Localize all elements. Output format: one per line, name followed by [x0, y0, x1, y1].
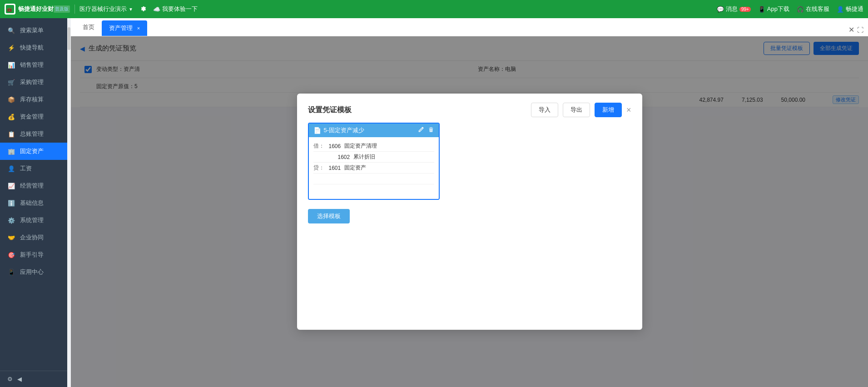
debit-label: 借： [313, 142, 327, 150]
template-card: 📄 5-固定资产减少 [308, 123, 440, 200]
tab-asset-label: 资产管理 [109, 25, 133, 31]
experience-label: 我要体验一下 [162, 5, 198, 13]
modal-dialog: 设置凭证模板 导入 导出 新增 × [297, 94, 642, 330]
sidebar-label-ops: 经营管理 [20, 182, 44, 190]
finance-icon: 💰 [7, 113, 15, 121]
template-doc-icon: 📄 [313, 127, 321, 134]
sidebar-top: 🔍 搜索菜单 ⚡ 快捷导航 📊 销售管理 🛒 采购管理 [0, 18, 67, 284]
message-icon: 💬 [717, 6, 724, 13]
tab-close-icon[interactable]: × [137, 25, 140, 31]
phone-icon: 📱 [758, 6, 765, 13]
sidebar-item-quicknav[interactable]: ⚡ 快捷导航 [0, 39, 67, 56]
settings-icon-btn[interactable] [137, 3, 149, 15]
sidebar-item-fixed[interactable]: 🏢 固定资产 [0, 143, 67, 160]
export-btn[interactable]: 导出 [563, 103, 590, 117]
online-service-label: 在线客服 [806, 5, 829, 13]
brand-icon: 💼 [5, 4, 15, 15]
system-icon: ⚙️ [7, 216, 15, 224]
top-bar-middle: 医疗器械行业演示 ▼ ☁️ 我要体验一下 [79, 3, 717, 15]
tab-asset-mgmt[interactable]: 资产管理 × [102, 20, 147, 36]
template-card-header-left: 📄 5-固定资产减少 [313, 126, 365, 134]
sidebar-label-purchase: 采购管理 [20, 78, 44, 86]
ops-icon: 📈 [7, 182, 15, 190]
guide-icon: 🎯 [7, 251, 15, 259]
sidebar-item-search[interactable]: 🔍 搜索菜单 [0, 22, 67, 39]
sidebar-label-sales: 销售管理 [20, 61, 44, 69]
user-profile[interactable]: 👤 畅捷通 [837, 5, 863, 13]
app-download-btn[interactable]: 📱 App下载 [758, 5, 789, 13]
tab-home[interactable]: 首页 [75, 20, 102, 36]
sidebar-settings-icon[interactable]: ⚙ [7, 376, 13, 382]
select-template-btn[interactable]: 选择模板 [308, 209, 350, 223]
modal-title: 设置凭证模板 [308, 105, 352, 115]
template-empty-row-2 [313, 184, 434, 195]
version-tag: 普及版 [54, 5, 70, 13]
sidebar-label-search: 搜索菜单 [20, 26, 44, 35]
chevron-down-icon: ▼ [129, 7, 133, 12]
modal-overlay: 设置凭证模板 导入 导出 新增 × [71, 36, 868, 387]
top-bar: 💼 畅捷通好业财 普及版 医疗器械行业演示 ▼ ☁️ 我要体验一下 💬 消息 9… [0, 0, 868, 18]
new-btn[interactable]: 新增 [595, 103, 622, 117]
sidebar-item-sales[interactable]: 📊 销售管理 [0, 56, 67, 74]
sidebar-item-system[interactable]: ⚙️ 系统管理 [0, 212, 67, 229]
fixed-icon: 🏢 [7, 147, 15, 155]
cloud-icon: ☁️ [153, 6, 160, 13]
headset-icon: 🎧 [797, 6, 804, 13]
sidebar-bottom: ⚙ ◀ [0, 371, 67, 387]
template-empty-row-1 [313, 174, 434, 184]
top-bar-right: 💬 消息 99+ 📱 App下载 🎧 在线客服 👤 畅捷通 [717, 5, 863, 13]
sidebar-label-salary: 工资 [20, 164, 32, 173]
template-name: 5-固定资产减少 [324, 126, 365, 134]
sidebar-item-purchase[interactable]: 🛒 采购管理 [0, 74, 67, 91]
apps-icon: 📱 [7, 268, 15, 276]
collab-icon: 🤝 [7, 233, 15, 242]
sidebar-label-base: 基础信息 [20, 199, 44, 207]
modal-header: 设置凭证模板 导入 导出 新增 × [297, 94, 642, 123]
sidebar-item-salary[interactable]: 👤 工资 [0, 160, 67, 177]
modal-header-actions: 导入 导出 新增 [531, 103, 622, 117]
inventory-icon: 📦 [7, 95, 15, 104]
tab-home-label: 首页 [83, 24, 94, 30]
import-btn[interactable]: 导入 [531, 103, 558, 117]
divider [74, 5, 75, 14]
modal-close-icon[interactable]: × [626, 105, 631, 115]
sidebar-item-base[interactable]: ℹ️ 基础信息 [0, 194, 67, 212]
modal-body: 📄 5-固定资产减少 [297, 123, 642, 330]
sidebar-item-inventory[interactable]: 📦 库存核算 [0, 91, 67, 108]
brand: 💼 畅捷通好业财 [5, 4, 54, 15]
sidebar-item-guide[interactable]: 🎯 新手引导 [0, 246, 67, 263]
sidebar-label-system: 系统管理 [20, 216, 44, 224]
experience-btn[interactable]: ☁️ 我要体验一下 [153, 5, 198, 13]
window-close-icon[interactable]: ✕ [848, 25, 854, 34]
messages-label: 消息 [726, 5, 738, 13]
messages-btn[interactable]: 💬 消息 99+ [717, 5, 751, 13]
template-delete-icon[interactable] [428, 127, 434, 134]
template-body: 借： 1606 固定资产清理 1602 累计折旧 [309, 137, 439, 199]
sidebar-item-apps[interactable]: 📱 应用中心 [0, 263, 67, 281]
sidebar-label-quicknav: 快捷导航 [20, 44, 44, 52]
template-edit-icon[interactable] [418, 127, 424, 134]
content-area: 首页 资产管理 × ✕ ⛶ ◀ 生成的凭证预览 [71, 18, 868, 387]
sidebar-item-ledger[interactable]: 📋 总账管理 [0, 125, 67, 143]
messages-badge: 99+ [739, 7, 751, 12]
credit-name-1: 固定资产 [344, 164, 366, 172]
svg-text:💼: 💼 [7, 7, 12, 12]
ledger-icon: 📋 [7, 130, 15, 138]
sidebar-item-collab[interactable]: 🤝 企业协同 [0, 229, 67, 246]
avatar-icon: 👤 [837, 6, 844, 13]
sidebar-label-fixed: 固定资产 [20, 147, 44, 155]
template-card-header: 📄 5-固定资产减少 [309, 124, 439, 137]
window-maximize-icon[interactable]: ⛶ [857, 26, 863, 34]
sales-icon: 📊 [7, 61, 15, 69]
sidebar-label-ledger: 总账管理 [20, 130, 44, 138]
sidebar-label-guide: 新手引导 [20, 251, 44, 259]
sidebar-item-finance[interactable]: 💰 资金管理 [0, 108, 67, 125]
template-debit-row-1: 借： 1606 固定资产清理 [313, 141, 434, 152]
sidebar-scrollbar[interactable] [67, 18, 71, 387]
sidebar-item-ops[interactable]: 📈 经营管理 [0, 177, 67, 194]
company-selector[interactable]: 医疗器械行业演示 ▼ [79, 5, 133, 13]
sidebar-label-collab: 企业协同 [20, 233, 44, 242]
sidebar-collapse-icon[interactable]: ◀ [17, 376, 22, 382]
online-service-btn[interactable]: 🎧 在线客服 [797, 5, 829, 13]
main-area: 🔍 搜索菜单 ⚡ 快捷导航 📊 销售管理 🛒 采购管理 [0, 18, 868, 387]
